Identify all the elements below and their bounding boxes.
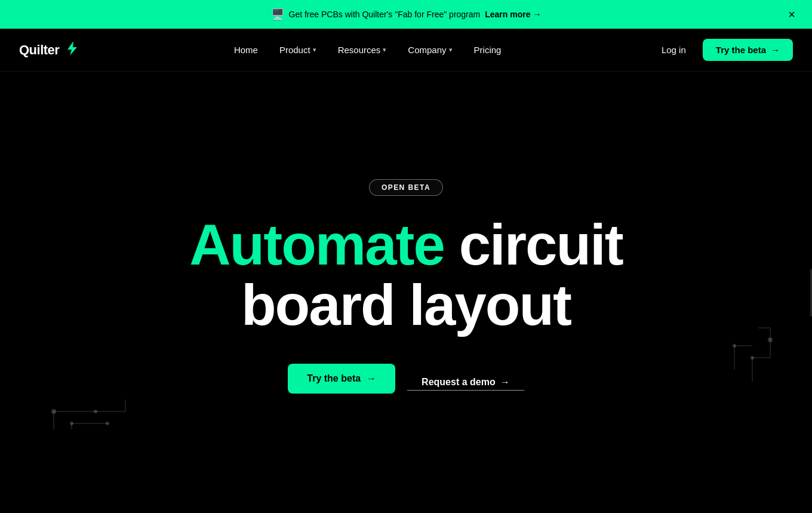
nav-pricing[interactable]: Pricing bbox=[466, 40, 510, 60]
navbar-actions: Log in Try the beta → bbox=[654, 39, 793, 61]
svg-point-1 bbox=[51, 409, 56, 414]
chevron-down-icon: ▾ bbox=[449, 46, 453, 54]
hero-headline: Automate circuitboard layout bbox=[189, 215, 622, 336]
svg-point-6 bbox=[768, 337, 773, 342]
chevron-down-icon: ▾ bbox=[313, 46, 316, 54]
circuit-decoration-right bbox=[728, 322, 776, 382]
arrow-right-icon: → bbox=[533, 10, 541, 19]
svg-marker-0 bbox=[67, 41, 77, 56]
login-button[interactable]: Log in bbox=[654, 40, 693, 60]
nav-links: Home Product ▾ Resources ▾ Company ▾ Pri… bbox=[226, 40, 509, 60]
svg-point-4 bbox=[106, 422, 109, 425]
hero-cta-group: Try the beta → Request a demo → bbox=[288, 364, 524, 394]
logo[interactable]: Quilter bbox=[19, 40, 81, 60]
hero-section: OPEN BETA Automate circuitboard layout T… bbox=[0, 72, 812, 513]
headline-automate: Automate bbox=[189, 213, 444, 277]
close-announcement-button[interactable]: × bbox=[783, 6, 800, 23]
announcement-bar: 🖥️ Get free PCBs with Quilter's "Fab for… bbox=[0, 0, 812, 29]
nav-product[interactable]: Product ▾ bbox=[271, 40, 325, 60]
pcb-icon: 🖥️ bbox=[271, 8, 284, 21]
navbar: Quilter Home Product ▾ Resources ▾ Compa… bbox=[0, 29, 812, 72]
open-beta-badge: OPEN BETA bbox=[369, 179, 443, 196]
request-demo-button[interactable]: Request a demo → bbox=[407, 367, 524, 391]
arrow-right-icon: → bbox=[500, 377, 510, 388]
try-beta-hero-button[interactable]: Try the beta → bbox=[288, 364, 395, 394]
svg-point-5 bbox=[751, 356, 754, 360]
announcement-text: Get free PCBs with Quilter's "Fab for Fr… bbox=[289, 10, 481, 19]
svg-point-3 bbox=[70, 422, 73, 425]
svg-point-2 bbox=[94, 410, 97, 413]
svg-point-7 bbox=[733, 344, 736, 348]
nav-home[interactable]: Home bbox=[226, 40, 266, 60]
try-beta-nav-button[interactable]: Try the beta → bbox=[703, 39, 793, 61]
arrow-right-icon: → bbox=[367, 373, 376, 384]
arrow-right-icon: → bbox=[771, 45, 780, 55]
logo-icon bbox=[64, 40, 81, 60]
nav-resources[interactable]: Resources ▾ bbox=[330, 40, 395, 60]
logo-text: Quilter bbox=[19, 42, 59, 58]
chevron-down-icon: ▾ bbox=[383, 46, 386, 54]
circuit-decoration-left bbox=[48, 394, 131, 441]
learn-more-link[interactable]: Learn more → bbox=[485, 10, 541, 19]
nav-company[interactable]: Company ▾ bbox=[399, 40, 460, 60]
